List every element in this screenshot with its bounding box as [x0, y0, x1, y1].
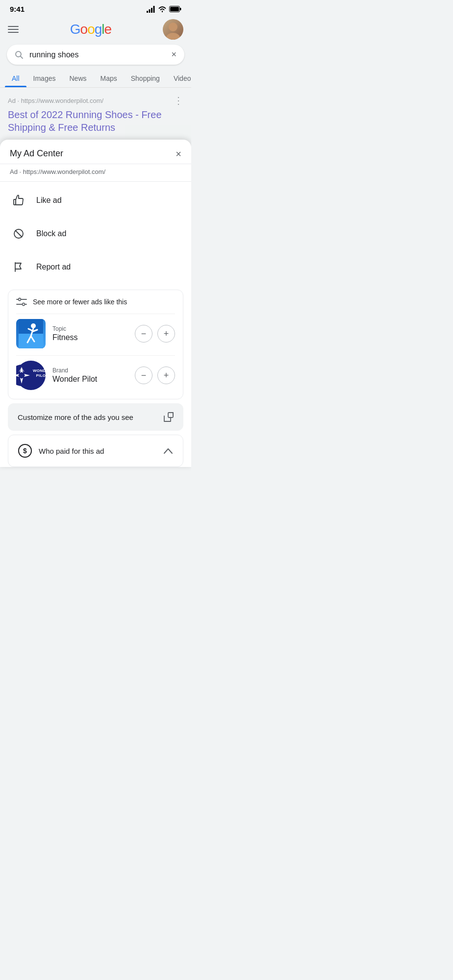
brand-wonder-pilot-row: WONDERPILOT Brand Wonder Pilot − +	[16, 355, 175, 397]
svg-point-18	[23, 303, 25, 306]
thumbsup-icon	[10, 192, 27, 209]
ad-source: Ad · https://www.wonderpilot.com/	[8, 97, 103, 104]
search-icon	[15, 50, 24, 59]
topic-fitness-controls: − +	[135, 325, 175, 343]
tab-videos[interactable]: Videos	[167, 70, 191, 87]
svg-point-17	[19, 298, 21, 301]
block-ad-label: Block ad	[36, 229, 66, 238]
header: Google	[0, 16, 191, 45]
chevron-up-icon	[163, 447, 173, 454]
tab-news[interactable]: News	[62, 70, 93, 87]
search-bar[interactable]: running shoes ×	[7, 45, 184, 65]
tab-all[interactable]: All	[5, 70, 26, 87]
brand-wonder-pilot-image: WONDERPILOT	[16, 361, 46, 390]
who-paid-label: Who paid for this ad	[39, 447, 104, 455]
search-query: running shoes	[29, 50, 171, 59]
svg-rect-33	[168, 413, 173, 417]
clear-search-button[interactable]: ×	[171, 49, 176, 60]
svg-point-8	[166, 33, 180, 40]
external-link-icon	[164, 412, 174, 422]
who-paid-section[interactable]: $ Who paid for this ad	[8, 435, 183, 467]
svg-rect-11	[14, 199, 16, 205]
avatar[interactable]	[163, 19, 183, 40]
nav-tabs: All Images News Maps Shopping Videos	[0, 70, 191, 88]
svg-rect-1	[149, 9, 151, 13]
svg-rect-5	[180, 8, 181, 10]
brand-wonder-pilot-type: Brand	[52, 367, 135, 374]
topic-fitness-decrease-button[interactable]: −	[135, 325, 152, 343]
status-bar: 9:41	[0, 0, 191, 16]
ad-result: Ad · https://www.wonderpilot.com/ ⋮ Best…	[0, 88, 191, 140]
svg-point-27	[16, 365, 32, 386]
my-ad-center-modal: My Ad Center × Ad · https://www.wonderpi…	[0, 140, 191, 467]
topic-fitness-type: Topic	[52, 325, 135, 332]
brand-wonder-pilot-decrease-button[interactable]: −	[135, 367, 152, 384]
flag-icon	[10, 258, 27, 276]
close-modal-button[interactable]: ×	[176, 149, 181, 159]
customize-ads-button[interactable]: Customize more of the ads you see	[8, 403, 183, 431]
topic-fitness-info: Topic Fitness	[52, 325, 135, 342]
block-ad-button[interactable]: Block ad	[0, 217, 191, 250]
svg-rect-0	[147, 11, 148, 13]
ads-control-section: See more or fewer ads like this	[8, 290, 183, 399]
status-time: 9:41	[10, 5, 25, 13]
report-ad-label: Report ad	[36, 263, 71, 271]
report-ad-button[interactable]: Report ad	[0, 250, 191, 284]
modal-title: My Ad Center	[10, 148, 63, 159]
block-icon	[10, 225, 27, 243]
svg-rect-3	[153, 6, 155, 13]
tab-shopping[interactable]: Shopping	[124, 70, 167, 87]
svg-point-7	[169, 23, 177, 31]
ads-control-header: See more or fewer ads like this	[16, 297, 175, 307]
topic-fitness-increase-button[interactable]: +	[157, 325, 175, 343]
svg-rect-6	[170, 7, 179, 11]
tab-images[interactable]: Images	[26, 70, 63, 87]
svg-rect-2	[151, 8, 152, 13]
tab-maps[interactable]: Maps	[94, 70, 124, 87]
menu-button[interactable]	[8, 26, 19, 33]
modal-header: My Ad Center ×	[0, 140, 191, 164]
google-logo: Google	[70, 22, 111, 37]
like-ad-label: Like ad	[36, 196, 62, 205]
who-paid-left: $ Who paid for this ad	[18, 444, 104, 458]
ad-title[interactable]: Best of 2022 Running Shoes - Free Shippi…	[8, 108, 183, 134]
sliders-icon	[16, 297, 27, 307]
signal-icon	[147, 6, 155, 13]
topic-fitness-image	[16, 319, 46, 348]
action-list: Like ad Block ad Report ad	[0, 182, 191, 286]
brand-wonder-pilot-increase-button[interactable]: +	[157, 367, 175, 384]
svg-line-13	[16, 231, 22, 237]
topic-fitness-name: Fitness	[52, 333, 135, 342]
brand-wonder-pilot-info: Brand Wonder Pilot	[52, 367, 135, 384]
topic-fitness-row: Topic Fitness − +	[16, 314, 175, 355]
brand-wonder-pilot-controls: − +	[135, 367, 175, 384]
ads-control-title: See more or fewer ads like this	[33, 298, 127, 306]
customize-ads-label: Customize more of the ads you see	[18, 413, 133, 421]
svg-line-10	[21, 56, 23, 58]
ad-menu-button[interactable]: ⋮	[174, 95, 183, 106]
dollar-icon: $	[18, 444, 32, 458]
wifi-icon	[158, 6, 167, 12]
brand-wonder-pilot-name: Wonder Pilot	[52, 375, 135, 384]
modal-ad-source: Ad · https://www.wonderpilot.com/	[0, 164, 191, 182]
status-icons	[147, 6, 181, 13]
like-ad-button[interactable]: Like ad	[0, 184, 191, 217]
battery-icon	[169, 6, 181, 12]
